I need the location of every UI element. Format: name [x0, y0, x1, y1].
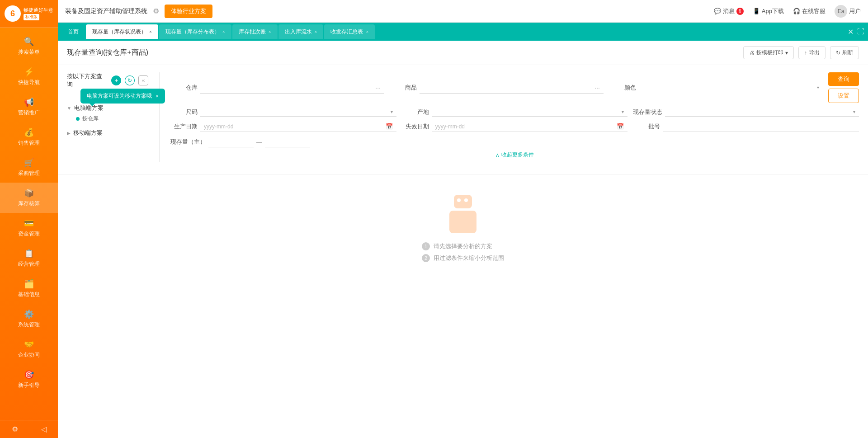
logo-badge: 标准版: [24, 14, 39, 20]
sidebar-label-search: 搜索菜单: [18, 48, 40, 56]
sidebar-item-search[interactable]: 🔍 搜索菜单: [0, 31, 58, 61]
print-btn[interactable]: 🖨 按模板打印 ▾: [743, 46, 794, 59]
color-select[interactable]: ▾: [639, 83, 823, 92]
size-select[interactable]: ▾: [200, 108, 396, 117]
tab-in-out-flow-close[interactable]: ×: [315, 29, 317, 34]
newbie-nav-icon: 🎯: [24, 370, 34, 380]
filter-add-btn[interactable]: +: [111, 75, 121, 85]
tab-home[interactable]: 首页: [61, 24, 85, 39]
warehouse-select[interactable]: ···: [200, 82, 384, 94]
dot-indicator: [76, 117, 80, 121]
sidebar-logo: 6 畅捷通好生意 标准版: [0, 0, 58, 28]
goods-dots[interactable]: ···: [594, 84, 600, 91]
message-item[interactable]: 💬 消息 6: [714, 7, 744, 15]
filter-back-btn[interactable]: «: [138, 75, 148, 85]
tab-inventory-status-label: 现存量（库存状况表）: [92, 28, 146, 36]
guide-nav-icon: ⚡: [24, 67, 34, 77]
filter-row-4: 现存量（主） —: [170, 137, 859, 147]
expire-date-input[interactable]: yyyy-mm-dd 📅: [432, 121, 628, 132]
batch-input[interactable]: [663, 121, 859, 132]
sidebar-item-marketing[interactable]: 📢 营销推广: [0, 92, 58, 122]
query-btn[interactable]: 查询: [828, 72, 859, 86]
filter-fields: 仓库 ··· 商品 ···: [170, 72, 859, 162]
search-nav-icon: 🔍: [24, 37, 34, 47]
desktop-scheme-item[interactable]: ▼ 电脑端方案: [67, 102, 148, 114]
export-btn[interactable]: ↑ 导出: [798, 46, 826, 59]
maximize-btn[interactable]: ⛶: [857, 28, 864, 36]
online-service-label: 在线客服: [802, 7, 826, 15]
headset-icon: 🎧: [793, 8, 800, 14]
tab-receive-send-close[interactable]: ×: [366, 29, 368, 34]
sidebar-item-inventory[interactable]: 📦 库存核算: [0, 183, 58, 213]
warehouse-dots[interactable]: ···: [375, 84, 381, 91]
sidebar-label-coop: 企业协同: [18, 351, 40, 359]
scheme-tooltip-close[interactable]: ×: [156, 93, 159, 99]
refresh-label: 刷新: [842, 49, 853, 57]
sidebar-label-operation: 经营管理: [18, 260, 40, 268]
stock-status-select[interactable]: ▾: [665, 108, 859, 117]
expire-date-label: 失效日期: [402, 122, 429, 131]
filter-refresh-btn[interactable]: ↻: [125, 75, 135, 85]
app-download-item[interactable]: 📱 App下载: [753, 7, 784, 15]
scheme-tree: ▼ 电脑端方案 这里可以创建和修改方案哦 ×: [67, 102, 148, 139]
warehouse-field: 仓库 ···: [170, 82, 384, 94]
sidebar-label-guide: 快捷导航: [18, 79, 40, 86]
user-item[interactable]: Ea 用户: [835, 5, 861, 18]
collapse-btn[interactable]: ∧ 收起更多条件: [170, 147, 859, 162]
prod-date-input[interactable]: yyyy-mm-dd 📅: [200, 121, 396, 132]
sidebar-item-coop[interactable]: 🤝 企业协同: [0, 334, 58, 364]
goods-select[interactable]: ···: [420, 82, 604, 94]
refresh-icon: ↻: [836, 50, 840, 56]
sidebar: 6 畅捷通好生意 标准版 🔍 搜索菜单 ⚡ 快捷导航 📢 营销推广 💰 销售管理…: [0, 0, 58, 438]
stock-main-to[interactable]: [265, 137, 310, 147]
tab-inventory-dist-close[interactable]: ×: [222, 29, 225, 34]
expire-date-calendar-icon[interactable]: 📅: [617, 123, 624, 130]
logo-icon: 6: [5, 5, 21, 22]
sub-scheme-warehouse[interactable]: 按仓库: [76, 114, 148, 123]
filter-row-1: 仓库 ··· 商品 ···: [170, 72, 859, 103]
basic-nav-icon: 🗂️: [24, 279, 34, 289]
filter-row-3: 生产日期 yyyy-mm-dd 📅 失效日期 yyyy-mm-dd 📅: [170, 121, 859, 132]
stock-main-from[interactable]: [208, 137, 254, 147]
tab-batch-account[interactable]: 库存批次账 ×: [232, 24, 278, 39]
close-all-tabs-btn[interactable]: ✕: [848, 28, 854, 36]
tab-inventory-status[interactable]: 现存量（库存状况表） ×: [86, 24, 158, 39]
system-settings-btn[interactable]: ⚙: [153, 7, 159, 15]
tab-receive-send[interactable]: 收发存汇总表 ×: [324, 24, 375, 39]
refresh-btn[interactable]: ↻ 刷新: [830, 46, 859, 59]
settings-bottom-btn[interactable]: ⚙: [12, 425, 18, 433]
stock-main-label: 现存量（主）: [170, 138, 206, 146]
online-service-item[interactable]: 🎧 在线客服: [793, 7, 826, 15]
sidebar-item-operation[interactable]: 📋 经营管理: [0, 243, 58, 273]
sidebar-item-newbie[interactable]: 🎯 新手引导: [0, 364, 58, 395]
sidebar-item-system[interactable]: ⚙️ 系统管理: [0, 304, 58, 334]
desktop-scheme-label: 电脑端方案: [74, 104, 104, 112]
batch-label: 批号: [633, 122, 660, 131]
origin-select[interactable]: ▾: [432, 108, 628, 117]
set-btn[interactable]: 设置: [828, 89, 859, 103]
sidebar-item-sales[interactable]: 💰 销售管理: [0, 122, 58, 152]
mobile-scheme-arrow: ▶: [67, 131, 71, 136]
tab-in-out-flow[interactable]: 出入库流水 ×: [278, 24, 324, 39]
sidebar-item-finance[interactable]: 💳 资金管理: [0, 213, 58, 243]
operation-nav-icon: 📋: [24, 249, 34, 259]
app-download-label: App下载: [762, 7, 784, 15]
stock-status-field: 现存量状态 ▾: [633, 108, 859, 117]
collapse-sidebar-btn[interactable]: ◁: [41, 425, 47, 433]
sidebar-item-basic[interactable]: 🗂️ 基础信息: [0, 273, 58, 304]
prod-date-calendar-icon[interactable]: 📅: [386, 123, 393, 130]
scheme-sub-items: 按仓库: [67, 114, 148, 123]
sidebar-item-purchase[interactable]: 🛒 采购管理: [0, 152, 58, 183]
tab-batch-account-close[interactable]: ×: [269, 29, 271, 34]
origin-field: 产地 ▾: [402, 108, 628, 117]
topbar-left: 装备及固定资产辅助管理系统 ⚙ 体验行业方案: [65, 5, 212, 18]
trial-btn[interactable]: 体验行业方案: [165, 5, 212, 18]
expire-date-field: 失效日期 yyyy-mm-dd 📅: [402, 121, 628, 132]
tab-inventory-status-close[interactable]: ×: [149, 29, 152, 34]
message-badge: 6: [736, 8, 744, 15]
sidebar-item-guide[interactable]: ⚡ 快捷导航: [0, 61, 58, 92]
mobile-scheme-item[interactable]: ▶ 移动端方案: [67, 127, 148, 139]
mobile-scheme-label: 移动端方案: [73, 129, 103, 137]
tab-inventory-dist[interactable]: 现存量（库存分布表） ×: [159, 24, 231, 39]
print-chevron: ▾: [785, 50, 788, 56]
